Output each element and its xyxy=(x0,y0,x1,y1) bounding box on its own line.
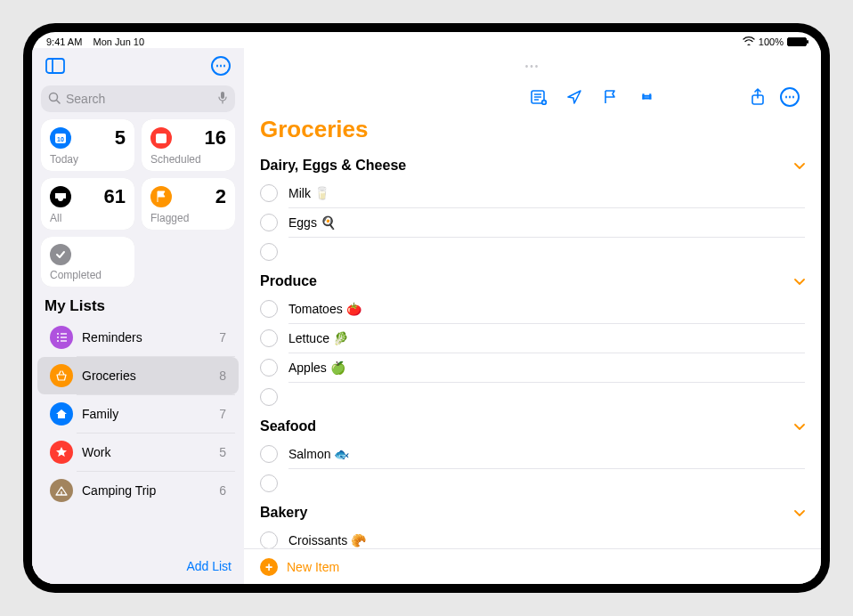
svg-line-3 xyxy=(57,100,61,103)
status-left: 9:41 AM Mon Jun 10 xyxy=(46,36,144,47)
complete-toggle[interactable] xyxy=(260,329,278,347)
basket-icon xyxy=(50,364,73,387)
complete-toggle[interactable] xyxy=(260,300,278,318)
reminder-row[interactable] xyxy=(260,383,805,411)
smart-flagged-count: 2 xyxy=(215,185,226,208)
list-item-count: 6 xyxy=(219,483,226,498)
reminder-row[interactable] xyxy=(260,238,805,266)
section-title: Seafood xyxy=(260,418,316,434)
smart-all-label: All xyxy=(50,212,126,224)
plus-icon: + xyxy=(260,558,278,576)
section-header[interactable]: Produce xyxy=(260,266,805,295)
section-header[interactable]: Dairy, Eggs & Cheese xyxy=(260,150,805,179)
new-item-button[interactable]: + New Item xyxy=(244,548,821,584)
sidebar: ⋯ Search 10 xyxy=(32,48,244,584)
chevron-down-icon[interactable] xyxy=(794,274,805,288)
screen: 9:41 AM Mon Jun 10 100% xyxy=(32,32,821,584)
mic-icon[interactable] xyxy=(217,91,228,108)
section-header[interactable]: Bakery xyxy=(260,498,805,526)
flag-button[interactable] xyxy=(600,87,620,107)
main-more-button[interactable]: ⋯ xyxy=(780,87,800,107)
reminder-row[interactable]: Croissants 🥐 xyxy=(260,526,805,548)
reminder-row[interactable]: Salmon 🐟 xyxy=(260,440,805,468)
flag-icon xyxy=(150,186,172,207)
complete-toggle[interactable] xyxy=(260,445,278,463)
reminder-row[interactable]: Milk 🥛 xyxy=(260,179,805,207)
search-input[interactable]: Search xyxy=(41,85,235,112)
section-title: Dairy, Eggs & Cheese xyxy=(260,158,406,174)
list-item-family[interactable]: Family 7 xyxy=(37,395,239,433)
share-button[interactable] xyxy=(748,87,768,107)
ipad-frame: 9:41 AM Mon Jun 10 100% xyxy=(23,23,830,593)
complete-toggle[interactable] xyxy=(260,359,278,377)
complete-toggle[interactable] xyxy=(260,214,278,231)
list-item-work[interactable]: Work 5 xyxy=(37,434,239,471)
reminder-title: Salmon 🐟 xyxy=(288,447,349,461)
star-icon xyxy=(50,441,73,464)
reminder-row[interactable]: Eggs 🍳 xyxy=(260,208,805,237)
reminder-title: Croissants 🥐 xyxy=(288,533,366,547)
smart-completed[interactable]: Completed xyxy=(41,237,134,287)
template-button[interactable] xyxy=(529,87,548,107)
chevron-down-icon[interactable] xyxy=(794,158,805,173)
complete-toggle[interactable] xyxy=(260,388,278,406)
list-item-reminders[interactable]: Reminders 7 xyxy=(37,319,239,356)
chevron-down-icon[interactable] xyxy=(794,506,805,520)
reminder-row[interactable]: Tomatoes 🍅 xyxy=(260,295,805,323)
reminder-row[interactable] xyxy=(260,469,805,498)
tag-button[interactable] xyxy=(636,87,655,107)
list-item-camping[interactable]: Camping Trip 6 xyxy=(37,472,239,509)
new-item-label: New Item xyxy=(287,560,339,574)
add-list-button[interactable]: Add List xyxy=(32,548,244,584)
battery-icon xyxy=(787,37,807,46)
add-list-label: Add List xyxy=(186,559,232,573)
smart-today-count: 5 xyxy=(115,126,126,150)
list-item-count: 5 xyxy=(219,445,226,459)
smart-today[interactable]: 10 5 Today xyxy=(41,119,134,171)
list-item-groceries[interactable]: Groceries 8 xyxy=(37,357,239,394)
status-bar: 9:41 AM Mon Jun 10 100% xyxy=(32,32,821,48)
complete-toggle[interactable] xyxy=(260,531,278,548)
status-date: Mon Jun 10 xyxy=(93,36,144,47)
reminder-row[interactable]: Lettuce 🥬 xyxy=(260,324,805,353)
complete-toggle[interactable] xyxy=(260,184,278,202)
bullet-list-icon xyxy=(50,326,73,349)
main-pane: ••• ⋯ Groceries Dairy, Eggs & Chee xyxy=(244,48,821,584)
search-placeholder: Search xyxy=(66,92,105,106)
location-button[interactable] xyxy=(565,87,584,107)
wifi-icon xyxy=(743,36,755,47)
svg-rect-0 xyxy=(46,59,64,73)
reminder-title: Lettuce 🥬 xyxy=(288,331,348,345)
smart-scheduled-count: 16 xyxy=(205,126,226,150)
list-item-label: Camping Trip xyxy=(82,483,156,498)
complete-toggle[interactable] xyxy=(260,474,278,492)
reminder-row[interactable]: Apples 🍏 xyxy=(260,353,805,382)
home-icon xyxy=(50,402,73,426)
calendar-today-icon: 10 xyxy=(50,127,71,149)
smart-today-label: Today xyxy=(50,153,126,166)
svg-rect-10 xyxy=(61,333,67,334)
smart-completed-label: Completed xyxy=(50,269,126,281)
complete-toggle[interactable] xyxy=(260,243,278,261)
list-title: Groceries xyxy=(244,112,821,150)
multitask-grabber[interactable]: ••• xyxy=(525,61,540,71)
status-time: 9:41 AM xyxy=(46,36,82,47)
main-toolbar: ⋯ xyxy=(244,82,821,112)
section-header[interactable]: Seafood xyxy=(260,411,805,440)
list-item-label: Reminders xyxy=(82,330,142,344)
battery-pct: 100% xyxy=(759,36,784,47)
more-button[interactable]: ⋯ xyxy=(208,53,233,78)
sidebar-toggle-button[interactable] xyxy=(43,53,68,78)
list-item-count: 8 xyxy=(219,369,226,383)
smart-scheduled[interactable]: 16 Scheduled xyxy=(142,119,235,171)
smart-all[interactable]: 61 All xyxy=(41,178,134,230)
list-item-count: 7 xyxy=(219,330,226,344)
chevron-down-icon[interactable] xyxy=(794,419,805,434)
reminder-title: Tomatoes 🍅 xyxy=(288,302,362,316)
checkmark-icon xyxy=(50,244,71,265)
smart-flagged[interactable]: 2 Flagged xyxy=(142,178,235,230)
smart-scheduled-label: Scheduled xyxy=(150,153,226,166)
list-item-count: 7 xyxy=(219,407,226,421)
svg-rect-14 xyxy=(61,340,67,341)
my-lists: Reminders 7 Groceries 8 xyxy=(32,319,244,548)
